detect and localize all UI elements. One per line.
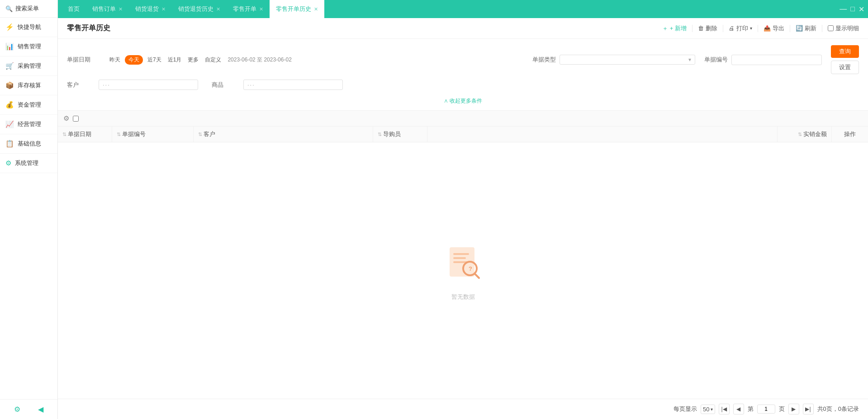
export-label: 导出 <box>773 24 784 33</box>
page-prev-btn[interactable]: ◀ <box>733 404 744 414</box>
th-customer: ⇅ 客户 <box>194 127 373 142</box>
product-input[interactable]: ··· <box>243 80 343 90</box>
table-gear-icon[interactable]: ⚙ <box>63 114 69 122</box>
product-placeholder: ··· <box>247 81 255 88</box>
th-number-label: 单据编号 <box>122 130 146 138</box>
window-minimize[interactable]: — <box>840 5 847 13</box>
customer-label: 客户 <box>67 81 99 89</box>
collapse-bar[interactable]: ∧ 收起更多条件 <box>67 95 859 107</box>
settings-icon[interactable]: ⚙ <box>14 405 20 414</box>
page-number-input[interactable] <box>757 405 775 414</box>
display-toggle[interactable]: 显示明细 <box>828 24 859 33</box>
tab-sales-return-close[interactable]: ✕ <box>161 6 166 12</box>
sort-icon-date[interactable]: ⇅ <box>62 132 66 137</box>
display-label: 显示明细 <box>835 24 859 33</box>
sidebar-item-quick-nav[interactable]: ⚡ 快捷导航 <box>0 18 57 37</box>
sidebar-item-label: 系统管理 <box>15 159 38 167</box>
tab-sales-return-history[interactable]: 销货退货历史 ✕ <box>172 0 227 18</box>
display-checkbox[interactable] <box>828 25 834 31</box>
new-label: + 新增 <box>670 24 687 33</box>
th-customer-label: 客户 <box>204 130 215 138</box>
query-button[interactable]: 查询 <box>831 45 859 58</box>
date-btn-week[interactable]: 近7天 <box>146 55 163 65</box>
table-area: ⚙ ⇅ 单据日期 ⇅ 单据编号 ⇅ 客户 ⇅ 导购员 ⇅ <box>58 111 868 399</box>
sidebar-item-label: 快捷导航 <box>18 23 41 31</box>
tab-sales-order[interactable]: 销售订单 ✕ <box>86 0 129 18</box>
sidebar-item-system[interactable]: ⚙ 系统管理 <box>0 154 57 173</box>
tab-home-label: 首页 <box>68 5 80 13</box>
date-btn-yesterday[interactable]: 昨天 <box>108 55 122 65</box>
query-buttons: 查询 设置 <box>831 45 859 74</box>
date-btn-custom[interactable]: 自定义 <box>203 55 223 65</box>
date-btn-month[interactable]: 近1月 <box>166 55 184 65</box>
purchase-mgmt-icon: 🛒 <box>5 62 14 70</box>
date-range-display: 2023-06-02 至 2023-06-02 <box>228 56 291 64</box>
sidebar-item-basic-info[interactable]: 📋 基础信息 <box>0 134 57 154</box>
main-content: 首页 销售订单 ✕ 销货退货 ✕ 销货退货历史 ✕ 零售开单 ✕ 零售开单历史 … <box>58 0 868 419</box>
th-amount-label: 实销金额 <box>803 130 827 138</box>
toolbar-divider-1 <box>692 25 693 32</box>
tab-sales-order-close[interactable]: ✕ <box>119 6 123 12</box>
print-icon: 🖨 <box>729 25 735 32</box>
sidebar-item-finance[interactable]: 💰 资金管理 <box>0 95 57 115</box>
sidebar-item-label: 采购管理 <box>18 62 41 70</box>
sort-icon-number[interactable]: ⇅ <box>117 132 121 137</box>
page-first-btn[interactable]: |◀ <box>719 404 730 414</box>
basic-info-icon: 📋 <box>5 140 14 148</box>
sidebar-bottom: ⚙ ◀ <box>0 399 57 419</box>
export-icon: 📤 <box>764 25 771 32</box>
window-maximize[interactable]: □ <box>850 5 855 13</box>
pagination: 每页显示 50 ▾ |◀ ◀ 第 页 ▶ ▶| 共0页，0条记录 <box>58 399 868 419</box>
page-last-btn[interactable]: ▶| <box>803 404 814 414</box>
sidebar-item-sales-mgmt[interactable]: 📊 销售管理 <box>0 37 57 56</box>
th-date: ⇅ 单据日期 <box>58 127 112 142</box>
page-size-value: 50 <box>703 406 709 413</box>
svg-rect-1 <box>453 253 469 255</box>
toolbar-divider-4 <box>790 25 790 32</box>
tab-retail-open-close[interactable]: ✕ <box>259 6 263 12</box>
settings-button[interactable]: 设置 <box>831 61 859 74</box>
select-all-checkbox[interactable] <box>73 116 79 122</box>
page-label: 页 <box>779 405 785 413</box>
tab-retail-history-close[interactable]: ✕ <box>314 6 318 12</box>
bill-number-input[interactable] <box>731 55 822 65</box>
filter-row-2: 客户 ··· 商品 ··· <box>67 80 859 90</box>
collapse-sidebar-icon[interactable]: ◀ <box>38 405 43 414</box>
page-size-select[interactable]: 50 ▾ <box>701 405 715 414</box>
bill-type-select[interactable]: ▾ <box>560 55 695 65</box>
sidebar-item-inventory[interactable]: 📦 库存核算 <box>0 76 57 95</box>
tab-home[interactable]: 首页 <box>62 0 86 18</box>
sidebar-item-label: 销售管理 <box>18 42 41 51</box>
refresh-label: 刷新 <box>805 24 816 33</box>
sort-icon-amount[interactable]: ⇅ <box>798 132 802 137</box>
sort-icon-customer[interactable]: ⇅ <box>198 132 202 137</box>
tab-retail-open-label: 零售开单 <box>233 5 256 13</box>
tab-retail-open[interactable]: 零售开单 ✕ <box>227 0 270 18</box>
window-close[interactable]: ✕ <box>859 5 864 14</box>
th-guide: ⇅ 导购员 <box>373 127 427 142</box>
customer-input[interactable]: ··· <box>99 80 198 90</box>
sort-icon-guide[interactable]: ⇅ <box>378 132 382 137</box>
delete-button[interactable]: 🗑 删除 <box>698 24 717 33</box>
th-number: ⇅ 单据编号 <box>112 127 194 142</box>
date-btn-today[interactable]: 今天 <box>125 55 143 65</box>
sidebar-item-label: 经营管理 <box>18 120 41 128</box>
page-next-btn[interactable]: ▶ <box>788 404 799 414</box>
page-size-arrow: ▾ <box>711 407 713 412</box>
date-filters: 昨天 今天 近7天 近1月 更多 自定义 2023-06-02 至 2023-0… <box>108 55 523 65</box>
product-label: 商品 <box>212 81 243 89</box>
export-button[interactable]: 📤 导出 <box>764 24 784 33</box>
print-dropdown-icon: ▾ <box>750 26 752 31</box>
tab-sales-return-history-close[interactable]: ✕ <box>216 6 220 12</box>
new-button[interactable]: ＋ + 新增 <box>662 24 687 33</box>
date-btn-more[interactable]: 更多 <box>186 55 200 65</box>
tab-retail-history[interactable]: 零售开单历史 ✕ <box>270 0 324 18</box>
bill-type-label: 单据类型 <box>532 56 560 64</box>
print-button[interactable]: 🖨 打印 ▾ <box>729 24 752 33</box>
sidebar-item-purchase-mgmt[interactable]: 🛒 采购管理 <box>0 56 57 76</box>
tab-sales-return[interactable]: 销货退货 ✕ <box>129 0 172 18</box>
sidebar-search[interactable]: 🔍 搜索采单 <box>0 0 57 18</box>
sidebar-item-operations[interactable]: 📈 经营管理 <box>0 115 57 134</box>
inventory-icon: 📦 <box>5 81 14 89</box>
refresh-button[interactable]: 🔄 刷新 <box>796 24 816 33</box>
